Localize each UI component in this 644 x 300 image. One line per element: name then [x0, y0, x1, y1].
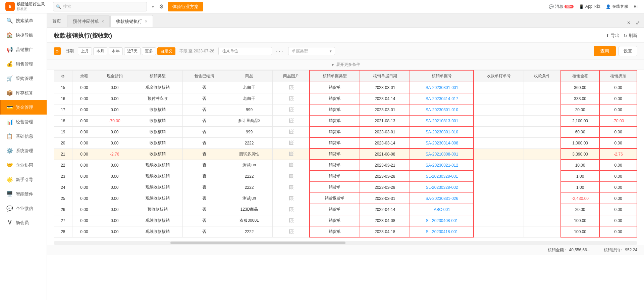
cell-collect-condition [524, 193, 561, 204]
cell-cash-discount: 0.00 [96, 204, 133, 215]
bill-no-link[interactable]: SA-20230331-026 [426, 196, 458, 201]
cell-cash-discount: 0.00 [96, 104, 133, 115]
refresh-button[interactable]: ↻ 刷新 [624, 33, 637, 39]
guide-icon: 🌟 [6, 176, 13, 183]
cell-verify-type: 现续收款核销 [133, 215, 183, 226]
bill-no-link[interactable]: SA-20230314-008 [426, 141, 458, 145]
tab-bar: 首页 预付冲应付单 × 收款核销执行 × × ⤢ [47, 13, 644, 28]
bill-no-link[interactable]: SA-20230301-001 [426, 85, 458, 90]
setting-button[interactable]: 设置 [619, 46, 637, 56]
sidebar-item-hardware[interactable]: 🖥️ 智能硬件 [0, 187, 47, 201]
gear-icon[interactable]: ⚙ [159, 3, 164, 10]
cell-verify-bill-no: SL-20230408-001 [410, 215, 474, 226]
online-service-button[interactable]: 👤 在线客服 [606, 4, 628, 9]
cell-goods-img: 🖼 [273, 204, 310, 215]
top-right-actions: 💬 消息 99+ 📱 App下载 👤 在线客服 Rit [549, 4, 639, 9]
sidebar-item-inventory[interactable]: 📦 库存核算 [0, 86, 47, 100]
cell-balance: 0.00 [72, 148, 96, 160]
sidebar-item-business[interactable]: 📊 经营管理 [0, 115, 47, 129]
cell-cash-discount: 0.00 [96, 82, 133, 93]
table-row: 16 0.00 0.00 预付冲应收 否 老白干 🖼 销货单 2023-04-1… [54, 93, 637, 104]
bill-no-link[interactable]: SA-20230301-010 [426, 130, 458, 134]
expand-more-button[interactable]: ▼ 展开更多条件 [331, 62, 360, 68]
sidebar-item-member[interactable]: V 畅会员 [0, 216, 47, 230]
cell-verify-bill-no: SL-20230328-001 [410, 171, 474, 182]
tab-collection[interactable]: 收款核销执行 × [110, 15, 153, 27]
sidebar-item-guide[interactable]: 🌟 新手引导 [0, 172, 47, 187]
filter-expand-button[interactable]: » [54, 47, 61, 55]
search-chevron-icon[interactable]: ▼ [151, 4, 155, 9]
cell-collect-order-no [474, 182, 524, 193]
cell-verify-bill-date: 2023-03-01 [360, 126, 410, 137]
sidebar-item-quick[interactable]: 🏠 快捷导航 [0, 28, 47, 42]
cell-verify-bill-date: 2023-03-31 [360, 193, 410, 204]
sidebar-item-system[interactable]: ⚙️ 系统管理 [0, 143, 47, 158]
bill-no-link[interactable]: SA-20230301-010 [426, 108, 458, 112]
sidebar-item-corp[interactable]: 🤝 企业协同 [0, 158, 47, 172]
horizontal-scrollbar[interactable] [54, 241, 637, 245]
date-this-month[interactable]: 本月 [93, 47, 107, 55]
bill-no-link[interactable]: SA-20210813-001 [426, 119, 458, 123]
bill-no-link[interactable]: ABC-001 [434, 207, 450, 212]
main-area: 首页 预付冲应付单 × 收款核销执行 × × ⤢ 收款核销执行(按收款) ⬆ [47, 13, 644, 300]
sidebar-item-sales[interactable]: 💰 销售管理 [0, 57, 47, 71]
cell-cash-discount: 0.00 [96, 182, 133, 193]
cell-verify-bill-type: 销货单 [310, 182, 360, 193]
table-header-row: ⚙ 余额 现金折扣 核销类型 包含已结清 商品 商品图片 核销单据类型 核销单据… [54, 70, 637, 82]
cell-collect-order-no [474, 193, 524, 204]
bill-type-select[interactable]: 单据类型 [288, 47, 335, 55]
tab-close-btn[interactable]: × [626, 18, 632, 27]
cell-balance: 0.00 [72, 193, 96, 204]
cell-include-settled: 否 [182, 148, 226, 160]
export-button[interactable]: ⬆ 导出 [606, 33, 620, 39]
col-gear[interactable]: ⚙ [54, 70, 72, 82]
cell-verify-bill-type: 销货单 [310, 204, 360, 215]
cell-balance: 0.00 [72, 182, 96, 193]
bill-no-link[interactable]: SA-20230414-017 [426, 96, 458, 101]
bill-no-link[interactable]: SL-20230328-002 [426, 185, 458, 190]
col-verify-bill-no: 核销单据号 [410, 70, 474, 82]
cell-verify-bill-no: SA-20230301-010 [410, 104, 474, 115]
tab-expand-btn[interactable]: ⤢ [634, 18, 641, 27]
bill-no-link[interactable]: SA-20210808-001 [426, 152, 458, 157]
top-search-box[interactable]: 🔍 搜索 [53, 2, 147, 11]
tab-collection-close-icon[interactable]: × [145, 19, 147, 24]
tab-prepay-close-icon[interactable]: × [102, 19, 104, 24]
partner-input[interactable] [218, 47, 272, 55]
message-button[interactable]: 💬 消息 99+ [549, 4, 574, 9]
date-custom[interactable]: 自定义 [157, 47, 175, 55]
table-row: 23 0.00 0.00 现续收款核销 否 2222 🖼 销货单 2023-03… [54, 171, 637, 182]
bill-no-link[interactable]: SL-20230418-001 [426, 229, 458, 234]
bill-type-wrap: 单据类型 [288, 47, 335, 55]
tab-prepay[interactable]: 预付冲应付单 × [67, 15, 110, 27]
cell-goods: 2222 [226, 182, 273, 193]
date-more[interactable]: 更多 [142, 47, 156, 55]
date-last-month[interactable]: 上月 [78, 47, 92, 55]
scrollbar-thumb[interactable] [170, 242, 345, 244]
date-7days[interactable]: 近7天 [124, 47, 141, 55]
query-button[interactable]: 查询 [594, 46, 616, 56]
app-download-button[interactable]: 📱 App下载 [579, 4, 600, 9]
date-this-year[interactable]: 本年 [109, 47, 123, 55]
bill-no-link[interactable]: SL-20230328-001 [426, 174, 458, 179]
solution-button[interactable]: 体验行业方案 [168, 2, 203, 11]
sidebar-item-basic[interactable]: 📋 基础信息 [0, 129, 47, 143]
sidebar-item-finance[interactable]: 💳 资金管理 [0, 100, 47, 115]
user-profile[interactable]: Rit [634, 4, 639, 9]
wechat-icon: 💬 [6, 205, 13, 212]
bill-no-link[interactable]: SA-20230321-012 [426, 163, 458, 168]
cell-include-settled: 否 [182, 126, 226, 137]
sidebar-item-wechat[interactable]: 💬 企业微信 [0, 201, 47, 216]
sidebar-item-search[interactable]: 🔍 搜索菜单 [0, 13, 47, 28]
cell-include-settled: 否 [182, 193, 226, 204]
cell-verify-type: 收款核销 [133, 148, 183, 160]
sidebar-item-marketing[interactable]: 📢 营销推广 [0, 42, 47, 57]
cell-verify-bill-date: 2023-03-28 [360, 182, 410, 193]
tab-home[interactable]: 首页 [47, 15, 66, 27]
sidebar-item-purchase[interactable]: 🛒 采购管理 [0, 71, 47, 86]
cell-cash-discount: 0.00 [96, 215, 133, 226]
corp-icon: 🤝 [6, 162, 13, 168]
bill-no-link[interactable]: SL-20230408-001 [426, 218, 458, 223]
cell-cash-discount: 0.00 [96, 137, 133, 148]
service-label: 在线客服 [612, 4, 628, 9]
